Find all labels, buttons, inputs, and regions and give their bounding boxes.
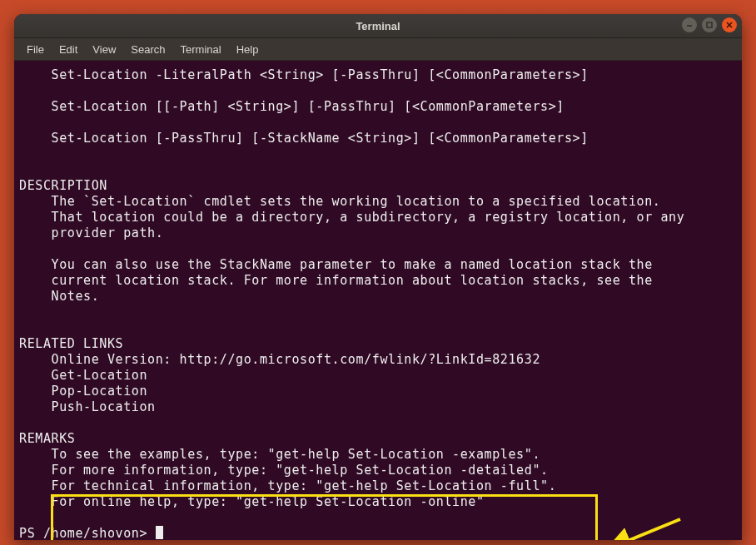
terminal-window: Terminal File Edit View Search Terminal … [14,14,742,540]
description-line: The `Set-Location` cmdlet sets the worki… [52,194,661,209]
section-heading: DESCRIPTION [19,178,107,193]
maximize-button[interactable] [702,17,717,32]
svg-rect-1 [707,22,712,27]
related-link: Get-Location [52,368,148,383]
description-line: That location could be a directory, a su… [52,210,685,225]
remarks-line: For more information, type: "get-help Se… [52,463,549,478]
cursor [156,526,163,539]
menu-terminal[interactable]: Terminal [173,42,229,57]
minimize-icon [685,21,694,29]
maximize-icon [705,21,714,29]
syntax-line: Set-Location -LiteralPath <String> [-Pas… [19,67,589,82]
terminal-body[interactable]: Set-Location -LiteralPath <String> [-Pas… [14,61,742,540]
menu-view[interactable]: View [85,42,123,57]
remarks-line: To see the examples, type: "get-help Set… [52,447,540,462]
window-title: Terminal [14,20,742,32]
menu-search[interactable]: Search [123,42,172,57]
minimize-button[interactable] [682,17,697,32]
syntax-line: Set-Location [[-Path] <String>] [-PassTh… [19,99,565,114]
remarks-line: For technical information, type: "get-he… [52,478,557,493]
remarks-line: For online help, type: "get-help Set-Loc… [52,494,485,509]
close-icon [725,21,734,29]
description-line: provider path. [52,225,164,240]
description-line: You can also use the StackName parameter… [52,257,653,272]
related-link: Pop-Location [52,384,148,399]
shell-prompt: PS /home/shovon> [19,526,156,540]
description-line: current location stack. For more informa… [52,273,653,288]
title-bar[interactable]: Terminal [14,14,742,38]
menu-edit[interactable]: Edit [52,42,85,57]
related-link: Push-Location [52,399,156,414]
section-heading: RELATED LINKS [19,336,123,351]
section-heading: REMARKS [19,431,75,446]
window-controls [682,17,737,32]
menu-help[interactable]: Help [229,42,266,57]
related-link: Online Version: http://go.microsoft.com/… [52,352,540,367]
terminal-output[interactable]: Set-Location -LiteralPath <String> [-Pas… [14,61,742,540]
close-button[interactable] [722,17,737,32]
menu-bar: File Edit View Search Terminal Help [14,38,742,61]
description-line: Notes. [52,289,100,304]
syntax-line: Set-Location [-PassThru] [-StackName <St… [19,131,589,146]
menu-file[interactable]: File [19,42,52,57]
